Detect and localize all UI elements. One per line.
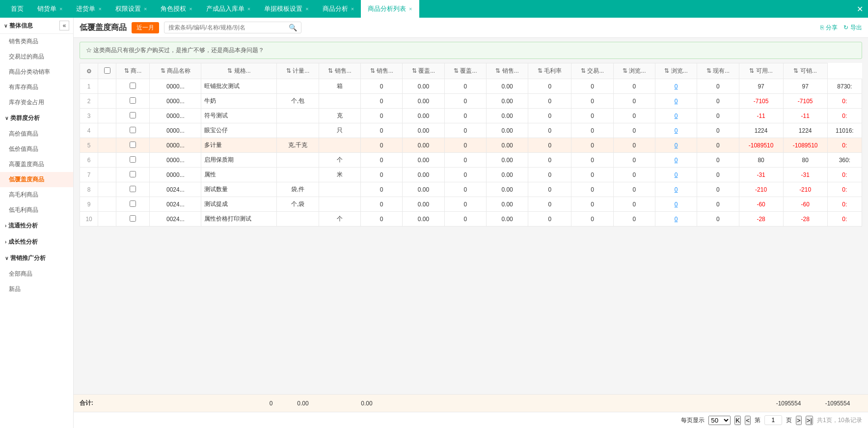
col-cover1[interactable]: ⇅ 覆盖... <box>403 63 444 79</box>
col-current[interactable]: ⇅ 现有... <box>697 63 739 79</box>
col-name[interactable]: ⇅ 商品名称 <box>150 63 201 79</box>
col-available[interactable]: ⇅ 可用... <box>739 63 783 79</box>
nav-tab-template[interactable]: 单据模板设置 × <box>257 0 315 18</box>
col-sales-amt[interactable]: ⇅ 销售... <box>361 63 403 79</box>
close-products-tab[interactable]: × <box>247 6 250 12</box>
col-browse2[interactable]: ⇅ 浏览... <box>655 63 697 79</box>
nav-tab-products[interactable]: 产成品入库单 × <box>199 0 257 18</box>
page-size-select[interactable]: 50 20 100 200 <box>708 416 731 425</box>
col-spec[interactable]: ⇅ 规格... <box>201 63 277 79</box>
row-checkbox[interactable] <box>116 182 150 197</box>
col-saleable[interactable]: ⇅ 可销... <box>783 63 827 79</box>
row-checkbox[interactable] <box>116 138 150 153</box>
prev-page-button[interactable]: < <box>745 416 751 425</box>
row-browse1[interactable]: 0 <box>655 94 697 109</box>
nav-tab-permissions[interactable]: 权限设置 × <box>108 0 154 18</box>
sidebar-collapse-button[interactable]: « <box>59 21 69 30</box>
col-gross[interactable]: ⇅ 毛利率 <box>528 63 571 79</box>
first-page-button[interactable]: K <box>734 416 741 425</box>
nav-tab-analysis-list[interactable]: 商品分析列表 × <box>361 0 419 18</box>
row-browse1[interactable]: 0 <box>655 153 697 168</box>
col-code[interactable]: ⇅ 商... <box>116 63 150 79</box>
nav-tab-roles[interactable]: 角色授权 × <box>154 0 199 18</box>
col-sales2[interactable]: ⇅ 销售... <box>486 63 528 79</box>
sidebar-item-traded-goods[interactable]: 交易过的商品 <box>0 49 73 64</box>
close-permissions-tab[interactable]: × <box>144 6 147 12</box>
next-page-button[interactable]: > <box>796 416 802 425</box>
sidebar-section-header-overall[interactable]: ∨ 整体信息 <box>4 22 33 30</box>
close-analysis-list-tab[interactable]: × <box>409 6 412 12</box>
row-select-checkbox[interactable] <box>130 112 136 118</box>
sidebar-item-all-goods[interactable]: 全部商品 <box>0 266 73 282</box>
row-select-checkbox[interactable] <box>130 156 136 163</box>
close-purchase-tab[interactable]: × <box>98 6 101 12</box>
row-settings[interactable] <box>98 168 116 182</box>
row-browse1[interactable]: 0 <box>655 168 697 182</box>
row-settings[interactable] <box>98 197 116 212</box>
row-browse1[interactable]: 0 <box>655 123 697 138</box>
current-page-input[interactable] <box>764 415 782 425</box>
row-checkbox[interactable] <box>116 197 150 212</box>
close-sales-tab[interactable]: × <box>59 6 62 12</box>
row-browse1[interactable]: 0 <box>655 182 697 197</box>
row-checkbox[interactable] <box>116 168 150 182</box>
row-checkbox[interactable] <box>116 94 150 109</box>
sidebar-item-high-value[interactable]: 高价值商品 <box>0 126 73 142</box>
row-browse1[interactable]: 0 <box>655 197 697 212</box>
row-checkbox[interactable] <box>116 79 150 94</box>
settings-icon[interactable]: ⚙ <box>86 68 92 75</box>
row-select-checkbox[interactable] <box>130 97 136 104</box>
nav-tab-purchase[interactable]: 进货单 × <box>69 0 108 18</box>
select-all-checkbox[interactable] <box>104 67 110 74</box>
nav-tab-analysis[interactable]: 商品分析 × <box>316 0 361 18</box>
sidebar-item-category-rate[interactable]: 商品分类动销率 <box>0 64 73 80</box>
close-roles-tab[interactable]: × <box>189 6 192 12</box>
col-unit[interactable]: ⇅ 计量... <box>277 63 319 79</box>
sidebar-item-low-value[interactable]: 低价值商品 <box>0 142 73 157</box>
sidebar-item-high-coverage[interactable]: 高覆盖度商品 <box>0 157 73 172</box>
row-checkbox[interactable] <box>116 153 150 168</box>
nav-tab-sales[interactable]: 销货单 × <box>30 0 69 18</box>
close-analysis-tab[interactable]: × <box>351 6 354 12</box>
col-browse1[interactable]: ⇅ 浏览... <box>613 63 655 79</box>
sidebar-section-marketing-header[interactable]: ∨ 营销推广分析 <box>0 250 73 266</box>
sidebar-item-low-coverage[interactable]: 低覆盖度商品 <box>0 172 73 187</box>
row-select-checkbox[interactable] <box>130 186 136 192</box>
sidebar-item-stock-capital[interactable]: 库存资金占用 <box>0 95 73 110</box>
sidebar-item-stock-goods[interactable]: 有库存商品 <box>0 80 73 95</box>
row-settings[interactable] <box>98 94 116 109</box>
row-checkbox[interactable] <box>116 212 150 227</box>
sidebar-item-low-gross[interactable]: 低毛利商品 <box>0 202 73 218</box>
col-trade[interactable]: ⇅ 交易... <box>571 63 613 79</box>
sidebar-item-high-gross[interactable]: 高毛利商品 <box>0 187 73 202</box>
row-settings[interactable] <box>98 153 116 168</box>
row-checkbox[interactable] <box>116 109 150 123</box>
row-settings[interactable] <box>98 109 116 123</box>
window-close-button[interactable]: ✕ <box>857 4 863 14</box>
row-select-checkbox[interactable] <box>130 171 136 177</box>
sidebar-section-cluster-header[interactable]: ∨ 类群度分析 <box>0 110 73 126</box>
col-cover2[interactable]: ⇅ 覆盖... <box>444 63 486 79</box>
row-browse1[interactable]: 0 <box>655 212 697 227</box>
row-settings[interactable] <box>98 79 116 94</box>
share-button[interactable]: ⎘ 分享 <box>820 24 838 32</box>
search-input[interactable] <box>168 24 287 31</box>
row-browse1[interactable]: 0 <box>655 138 697 153</box>
sidebar-section-circulation-header[interactable]: › 流通性分析 <box>0 218 73 234</box>
search-icon[interactable]: 🔍 <box>289 24 297 31</box>
row-browse1[interactable]: 0 <box>655 109 697 123</box>
close-template-tab[interactable]: × <box>305 6 308 12</box>
time-filter-button[interactable]: 近一月 <box>132 22 159 33</box>
col-settings[interactable]: ⚙ <box>80 63 98 79</box>
row-browse1[interactable]: 0 <box>655 79 697 94</box>
last-page-button[interactable]: >| <box>806 416 813 425</box>
row-select-checkbox[interactable] <box>130 83 136 89</box>
row-select-checkbox[interactable] <box>130 127 136 133</box>
sidebar-section-growth-header[interactable]: › 成长性分析 <box>0 234 73 250</box>
row-settings[interactable] <box>98 123 116 138</box>
export-button[interactable]: ↻ 导出 <box>843 24 862 32</box>
row-settings[interactable] <box>98 212 116 227</box>
col-sales-qty[interactable]: ⇅ 销售... <box>319 63 360 79</box>
row-settings[interactable] <box>98 138 116 153</box>
sidebar-item-new-goods[interactable]: 新品 <box>0 282 73 297</box>
